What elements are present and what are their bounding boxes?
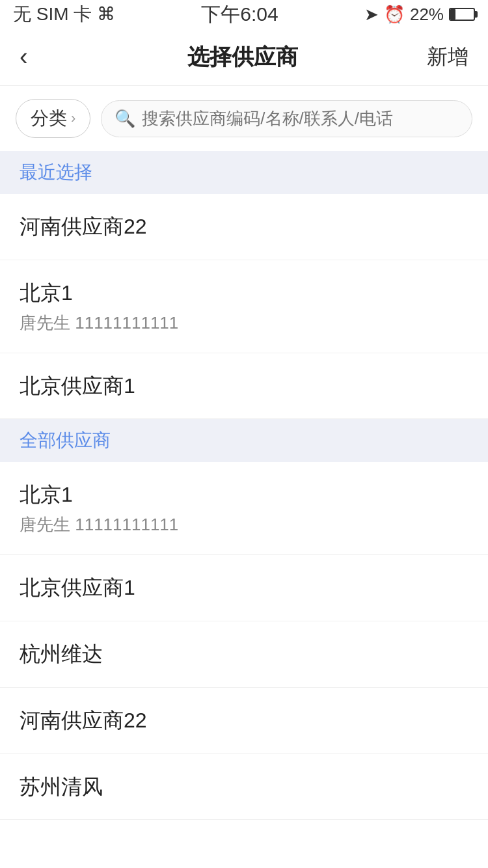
category-label: 分类 bbox=[31, 106, 67, 131]
search-icon: 🔍 bbox=[115, 109, 135, 129]
list-item[interactable]: 北京1 唐先生 11111111111 bbox=[0, 260, 488, 353]
list-item[interactable]: 苏州清风 bbox=[0, 754, 488, 821]
item-name: 北京供应商1 bbox=[20, 573, 468, 603]
add-button[interactable]: 新增 bbox=[427, 43, 468, 72]
item-name: 河南供应商22 bbox=[20, 212, 468, 241]
status-right-icons: ➤ ⏰ 22% bbox=[364, 5, 475, 25]
list-item[interactable]: 北京1 唐先生 11111111111 bbox=[0, 462, 488, 555]
status-time: 下午6:04 bbox=[201, 1, 278, 28]
battery-icon bbox=[449, 8, 475, 21]
location-icon: ➤ bbox=[364, 5, 379, 25]
item-name: 杭州维达 bbox=[20, 640, 468, 669]
category-button[interactable]: 分类 › bbox=[16, 99, 90, 138]
all-list: 北京1 唐先生 11111111111 北京供应商1 杭州维达 河南供应商22 … bbox=[0, 462, 488, 820]
filter-bar: 分类 › 🔍 bbox=[0, 86, 488, 151]
item-sub: 唐先生 11111111111 bbox=[20, 312, 468, 334]
all-section-header: 全部供应商 bbox=[0, 419, 488, 462]
status-bar: 无 SIM 卡 ⌘ 下午6:04 ➤ ⏰ 22% bbox=[0, 0, 488, 29]
list-item[interactable]: 北京供应商1 bbox=[0, 555, 488, 621]
recent-list: 河南供应商22 北京1 唐先生 11111111111 北京供应商1 bbox=[0, 194, 488, 419]
search-box[interactable]: 🔍 bbox=[101, 100, 472, 137]
back-button[interactable]: ‹ bbox=[20, 43, 59, 71]
item-name: 北京1 bbox=[20, 480, 468, 509]
item-sub: 唐先生 11111111111 bbox=[20, 513, 468, 536]
item-name: 河南供应商22 bbox=[20, 706, 468, 735]
chevron-right-icon: › bbox=[71, 110, 75, 127]
recent-section-header: 最近选择 bbox=[0, 151, 488, 194]
alarm-icon: ⏰ bbox=[384, 5, 405, 25]
status-signal: 无 SIM 卡 ⌘ bbox=[13, 2, 115, 27]
nav-bar: ‹ 选择供应商 新增 bbox=[0, 29, 488, 86]
item-name: 北京1 bbox=[20, 278, 468, 308]
battery-percentage: 22% bbox=[410, 5, 444, 25]
item-name: 北京供应商1 bbox=[20, 372, 468, 401]
list-item[interactable]: 河南供应商22 bbox=[0, 194, 488, 260]
list-item[interactable]: 杭州维达 bbox=[0, 621, 488, 688]
list-item[interactable]: 河南供应商22 bbox=[0, 688, 488, 754]
search-input[interactable] bbox=[142, 109, 459, 129]
page-title: 选择供应商 bbox=[187, 42, 298, 72]
recent-section-title: 最近选择 bbox=[20, 162, 92, 182]
all-section-title: 全部供应商 bbox=[20, 430, 111, 450]
list-item[interactable]: 北京供应商1 bbox=[0, 353, 488, 420]
item-name: 苏州清风 bbox=[20, 772, 468, 802]
